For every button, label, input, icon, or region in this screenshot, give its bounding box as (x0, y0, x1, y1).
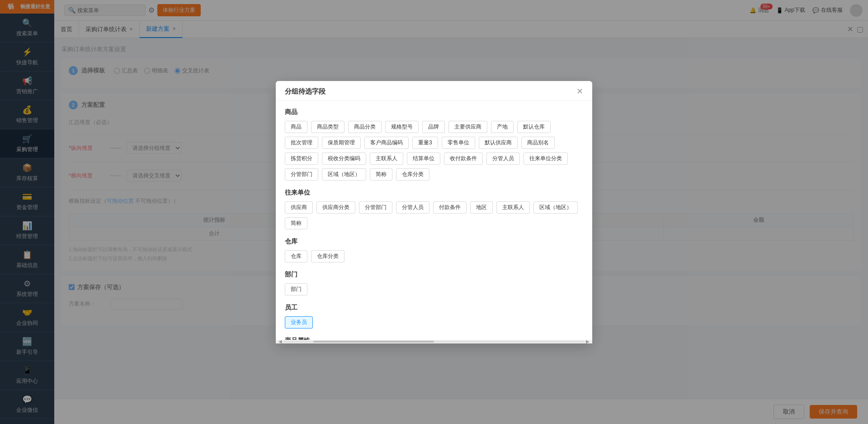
field-tag-1-0[interactable]: 供应商 (285, 201, 313, 214)
field-tag-1-5[interactable]: 地区 (470, 201, 493, 214)
field-tags-3: 部门 (285, 283, 583, 295)
field-group-title-1: 往来单位 (285, 189, 583, 197)
field-tag-0-7[interactable]: 默认仓库 (517, 121, 551, 133)
field-tag-0-13[interactable]: 默认供应商 (479, 137, 518, 149)
field-tag-0-2[interactable]: 商品分类 (348, 121, 382, 133)
field-tag-1-4[interactable]: 付款条件 (433, 201, 467, 214)
field-tag-0-18[interactable]: 结算单位 (407, 152, 440, 165)
field-tag-1-8[interactable]: 简称 (285, 217, 307, 229)
modal-header: 分组待选字段 ✕ (276, 81, 592, 101)
field-tag-4-0[interactable]: 业务员 (285, 316, 313, 329)
field-tags-2: 仓库仓库分类 (285, 250, 583, 262)
field-group-title-2: 仓库 (285, 238, 583, 246)
field-tag-0-22[interactable]: 分管部门 (285, 168, 318, 181)
modal-title: 分组待选字段 (285, 87, 326, 96)
field-group-title-0: 商品 (285, 108, 583, 116)
field-tag-1-3[interactable]: 分管人员 (396, 201, 429, 214)
field-tag-0-24[interactable]: 简称 (370, 168, 392, 181)
field-tag-0-10[interactable]: 客户商品编码 (364, 137, 409, 149)
field-tag-0-23[interactable]: 区域（地区） (322, 168, 366, 181)
field-group-title-3: 部门 (285, 271, 583, 279)
field-tag-0-0[interactable]: 商品 (285, 121, 307, 133)
field-tag-0-1[interactable]: 商品类型 (311, 121, 344, 133)
field-tags-1: 供应商供应商分类分管部门分管人员付款条件地区主联系人区域（地区）简称 (285, 201, 583, 229)
scroll-right-arrow[interactable]: ▶ (585, 339, 590, 344)
field-tag-0-3[interactable]: 规格型号 (385, 121, 419, 133)
field-tag-0-12[interactable]: 零售单位 (442, 137, 475, 149)
field-tag-0-8[interactable]: 批次管理 (285, 137, 318, 149)
field-tag-0-16[interactable]: 税收分类编码 (322, 152, 366, 165)
field-tag-0-19[interactable]: 收付款条件 (444, 152, 483, 165)
scroll-track[interactable] (283, 341, 585, 343)
modal-overlay: 分组待选字段 ✕ 商品商品商品类型商品分类规格型号品牌主要供应商产地默认仓库批次… (0, 0, 868, 424)
modal: 分组待选字段 ✕ 商品商品商品类型商品分类规格型号品牌主要供应商产地默认仓库批次… (276, 81, 592, 343)
scroll-left-arrow[interactable]: ◀ (278, 339, 283, 344)
field-tags-4: 业务员 (285, 316, 583, 329)
field-tag-0-5[interactable]: 主要供应商 (448, 121, 487, 133)
field-tag-0-20[interactable]: 分管人员 (486, 152, 520, 165)
field-tag-0-4[interactable]: 品牌 (422, 121, 445, 133)
field-group-3: 部门部门 (285, 271, 583, 295)
field-group-1: 往来单位供应商供应商分类分管部门分管人员付款条件地区主联系人区域（地区）简称 (285, 189, 583, 229)
field-group-title-4: 员工 (285, 304, 583, 312)
field-group-2: 仓库仓库仓库分类 (285, 238, 583, 262)
scroll-thumb (313, 341, 434, 343)
modal-close-btn[interactable]: ✕ (576, 87, 583, 95)
field-tag-0-11[interactable]: 重量3 (412, 137, 438, 149)
field-group-4: 员工业务员 (285, 304, 583, 329)
field-tags-0: 商品商品类型商品分类规格型号品牌主要供应商产地默认仓库批次管理保质期管理客户商品… (285, 121, 583, 181)
field-tag-1-6[interactable]: 主联系人 (496, 201, 530, 214)
field-group-title-5: 商品属性 (285, 337, 583, 340)
field-tag-0-6[interactable]: 产地 (491, 121, 514, 133)
field-tag-0-9[interactable]: 保质期管理 (322, 137, 361, 149)
field-tag-2-0[interactable]: 仓库 (285, 250, 307, 262)
field-tag-0-14[interactable]: 商品别名 (521, 137, 555, 149)
field-tag-1-2[interactable]: 分管部门 (359, 201, 392, 214)
field-group-5: 商品属性属性颜色多规格尺码鞋码1 (285, 337, 583, 340)
field-tag-2-1[interactable]: 仓库分类 (311, 250, 344, 262)
field-tag-3-0[interactable]: 部门 (285, 283, 307, 295)
field-tag-0-15[interactable]: 拣货积分 (285, 152, 318, 165)
modal-body: 商品商品商品类型商品分类规格型号品牌主要供应商产地默认仓库批次管理保质期管理客户… (276, 101, 592, 340)
field-tag-0-21[interactable]: 往来单位分类 (524, 152, 568, 165)
field-tag-1-7[interactable]: 区域（地区） (533, 201, 578, 214)
field-tag-0-25[interactable]: 仓库分类 (396, 168, 429, 181)
modal-scrollbar: ◀ ▶ (276, 340, 592, 343)
field-tag-1-1[interactable]: 供应商分类 (316, 201, 355, 214)
field-group-0: 商品商品商品类型商品分类规格型号品牌主要供应商产地默认仓库批次管理保质期管理客户… (285, 108, 583, 181)
field-tag-0-17[interactable]: 主联系人 (370, 152, 403, 165)
